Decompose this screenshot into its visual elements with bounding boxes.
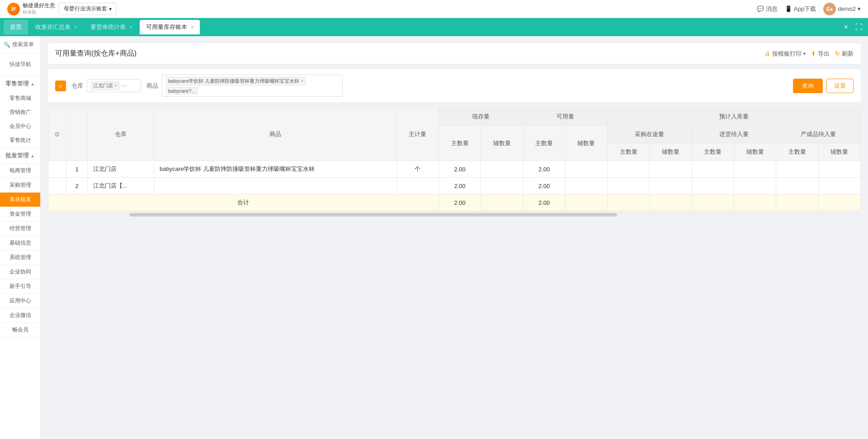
total-finished-main bbox=[776, 194, 818, 211]
export-icon: ⬆ bbox=[811, 50, 816, 57]
tab-close-receipt-summary[interactable]: × bbox=[74, 24, 77, 30]
sidebar-item-stock[interactable]: 库存核算 bbox=[0, 193, 40, 207]
sidebar-item-marketing[interactable]: 营销推广 bbox=[0, 105, 40, 119]
sidebar-item-finance[interactable]: 资金管理 bbox=[0, 207, 40, 221]
cell-stock-aux-0 bbox=[481, 161, 523, 178]
filter-product-input[interactable]: babycare学饮杯 儿童防摔防撞吸管杯重力球吸嘴杯宝宝水杯 × babyca… bbox=[162, 75, 343, 97]
sidebar-item-members[interactable]: 会员中心 bbox=[0, 119, 40, 133]
account-selector[interactable]: 母婴行业演示账套 ▾ bbox=[59, 3, 117, 15]
th-avail-aux-qty: 辅数量 bbox=[565, 126, 607, 161]
sidebar-item-retail-mall[interactable]: 零售商城 bbox=[0, 91, 40, 105]
table-row: 1 江北门店 babycare学饮杯 儿童防摔防撞吸管杯重力球吸嘴杯宝宝水杯 个… bbox=[48, 161, 861, 178]
th-planned-in: 预计入库量 bbox=[608, 108, 861, 126]
th-purch-aux: 辅数量 bbox=[650, 143, 692, 161]
sidebar-item-newguide[interactable]: 新手引导 bbox=[0, 279, 40, 293]
filter-warehouse-input[interactable]: 江北门店 × ··· bbox=[87, 79, 141, 92]
sidebar-search[interactable]: 🔍 搜索菜单 bbox=[0, 36, 40, 53]
settings-button[interactable]: 设置 bbox=[826, 79, 854, 93]
sidebar-quick-nav[interactable]: 快捷导航 bbox=[0, 53, 40, 76]
total-purch-main bbox=[608, 194, 650, 211]
app-download-btn[interactable]: 📱 App下载 bbox=[785, 5, 816, 13]
sidebar-item-system[interactable]: 系统管理 bbox=[0, 250, 40, 264]
logo-area: 好 畅捷通好生意 标准版 bbox=[7, 2, 55, 16]
th-finished-aux: 辅数量 bbox=[818, 143, 860, 161]
th-available: 可用量 bbox=[523, 108, 608, 126]
filter-warehouse-field: 仓库 江北门店 × ··· bbox=[71, 79, 141, 92]
cell-avail-main-1: 2.00 bbox=[523, 178, 565, 194]
cell-settings-1 bbox=[48, 178, 66, 194]
cell-unit-0: 个 bbox=[396, 161, 439, 178]
chevron-down-icon: ▾ bbox=[803, 51, 806, 56]
sidebar-item-basics[interactable]: 基础信息 bbox=[0, 236, 40, 250]
filter-warehouse-dots[interactable]: ··· bbox=[121, 82, 127, 90]
th-main-unit: 主计量 bbox=[396, 108, 439, 161]
content-area: 可用量查询(按仓库+商品) 🖨 按模板打印 ▾ ⬆ 导出 ↻ 刷新 bbox=[41, 36, 868, 439]
user-menu[interactable]: Ea demo2 ▾ bbox=[823, 3, 861, 15]
sidebar-section-header-retail[interactable]: 零售管理 ▲ bbox=[0, 76, 40, 91]
tab-order-stats[interactable]: 要货单统计表 × bbox=[84, 20, 138, 34]
sidebar-item-retail-stats[interactable]: 零售统计 bbox=[0, 133, 40, 147]
sidebar-section-newguide: 新手引导 bbox=[0, 279, 40, 294]
top-bar-left: 好 畅捷通好生意 标准版 母婴行业演示账套 ▾ bbox=[7, 2, 117, 16]
sidebar-section-header-wholesale[interactable]: 批发管理 ▲ bbox=[0, 148, 40, 163]
top-bar-right: 💬 消息 📱 App下载 Ea demo2 ▾ bbox=[757, 3, 861, 15]
sidebar-item-purchase[interactable]: 采购管理 bbox=[0, 178, 40, 192]
tab-home[interactable]: 首页 bbox=[4, 20, 28, 34]
print-icon: 🖨 bbox=[764, 50, 770, 57]
cell-product-1 bbox=[154, 178, 397, 194]
filter-product-label: 商品 bbox=[146, 82, 158, 90]
filter-tag-close-warehouse[interactable]: × bbox=[114, 83, 117, 88]
tab-close-available-stock[interactable]: × bbox=[191, 24, 193, 30]
tab-receipt-summary[interactable]: 收发存汇总表 × bbox=[29, 20, 83, 34]
horizontal-scrollbar[interactable] bbox=[48, 213, 861, 217]
filter-bar: » 仓库 江北门店 × ··· 商品 babycare bbox=[48, 69, 861, 102]
print-btn[interactable]: 🖨 按模板打印 ▾ bbox=[764, 50, 806, 58]
cell-rownum-0: 1 bbox=[66, 161, 88, 178]
th-purch-main: 主数量 bbox=[608, 143, 650, 161]
tab-available-stock[interactable]: 可用量库存账本 × bbox=[140, 20, 200, 34]
th-stock-aux-qty: 辅数量 bbox=[481, 126, 523, 161]
cell-avail-aux-0 bbox=[565, 161, 607, 178]
th-incoming-main: 主数量 bbox=[692, 143, 734, 161]
data-table: ⚙ 仓库 商品 主计量 现存量 可用量 预计入库量 主数量 辅数 bbox=[48, 108, 861, 211]
cell-incoming-aux-0 bbox=[734, 161, 776, 178]
phone-icon: 📱 bbox=[785, 5, 792, 12]
th-finished-product: 产成品待入量 bbox=[776, 126, 861, 143]
sidebar-item-member[interactable]: 畅会员 bbox=[0, 323, 40, 337]
sidebar-item-ecommerce[interactable]: 电商管理 bbox=[0, 164, 40, 178]
sidebar-section-stock: 库存核算 bbox=[0, 193, 40, 207]
cell-purch-aux-1 bbox=[650, 178, 692, 194]
cell-avail-main-0: 2.00 bbox=[523, 161, 565, 178]
sidebar-item-appcenter[interactable]: 应用中心 bbox=[0, 294, 40, 308]
filter-tag-warehouse: 江北门店 × bbox=[91, 81, 119, 90]
gear-icon[interactable]: ⚙ bbox=[54, 131, 60, 138]
sidebar-section-member: 畅会员 bbox=[0, 323, 40, 337]
sidebar-item-corpwechat[interactable]: 企业微信 bbox=[0, 308, 40, 322]
sidebar-item-enterprise[interactable]: 企业协同 bbox=[0, 265, 40, 279]
sidebar-section-ecommerce: 电商管理 bbox=[0, 164, 40, 178]
table-row: 2 江北门店【... 2.00 2.00 bbox=[48, 178, 861, 194]
sidebar-section-corpwechat: 企业微信 bbox=[0, 308, 40, 323]
export-btn[interactable]: ⬆ 导出 bbox=[811, 50, 830, 58]
tab-close-order-stats[interactable]: × bbox=[129, 24, 132, 30]
message-btn[interactable]: 💬 消息 bbox=[757, 5, 778, 13]
cell-stock-aux-1 bbox=[481, 178, 523, 194]
cell-incoming-main-0 bbox=[692, 161, 734, 178]
th-purch-in-transit: 采购在途量 bbox=[608, 126, 692, 143]
th-settings: ⚙ bbox=[48, 108, 66, 161]
expand-tabs-btn[interactable]: ⛶ bbox=[854, 21, 864, 33]
total-incoming-main bbox=[692, 194, 734, 211]
filter-expand-btn[interactable]: » bbox=[55, 80, 66, 91]
data-table-container: ⚙ 仓库 商品 主计量 现存量 可用量 预计入库量 主数量 辅数 bbox=[48, 108, 861, 211]
query-button[interactable]: 查询 bbox=[793, 79, 823, 93]
cell-unit-1 bbox=[396, 178, 439, 194]
cell-settings-0 bbox=[48, 161, 66, 178]
total-label: 合计 bbox=[48, 194, 439, 211]
refresh-btn[interactable]: ↻ 刷新 bbox=[835, 50, 854, 58]
sidebar-item-operations[interactable]: 经营管理 bbox=[0, 222, 40, 236]
page-header: 可用量查询(按仓库+商品) 🖨 按模板打印 ▾ ⬆ 导出 ↻ 刷新 bbox=[48, 43, 861, 64]
sidebar-section-retail: 零售管理 ▲ 零售商城 营销推广 会员中心 零售统计 bbox=[0, 76, 40, 148]
close-all-tabs-btn[interactable]: × bbox=[842, 21, 850, 33]
filter-tag-close-product1[interactable]: × bbox=[301, 79, 303, 84]
filter-actions: 查询 设置 bbox=[793, 79, 854, 93]
